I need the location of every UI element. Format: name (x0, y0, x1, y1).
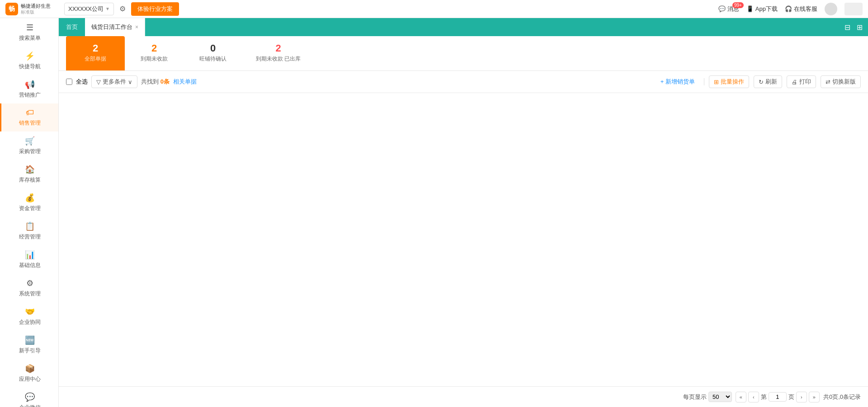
basic-info-icon: 📊 (25, 250, 35, 260)
stat-label-wangpu-confirm: 旺铺待确认 (199, 55, 226, 63)
purchase-icon: 🛒 (25, 136, 35, 146)
found-count: 0条 (160, 78, 170, 85)
marketing-icon: 📢 (25, 80, 35, 89)
select-all-checkbox[interactable] (66, 79, 72, 85)
logo-subtitle: 标准版 (21, 9, 51, 15)
sidebar-item-system[interactable]: ⚙系统管理 (0, 274, 58, 302)
page-navigation: « ‹ 第 页 › » (736, 392, 820, 402)
first-page-button[interactable]: « (736, 392, 746, 402)
finance-icon: 💰 (25, 193, 35, 203)
toolbar-left: 全选 ▽ 更多条件 ∨ 共找到 0条 相关单据 (66, 75, 652, 88)
sidebar-label-basic-info: 基础信息 (19, 262, 41, 269)
company-selector[interactable]: XXXXXX公司 ▼ (64, 3, 114, 15)
print-label: 打印 (799, 78, 811, 86)
sidebar-label-app-center: 应用中心 (19, 375, 41, 383)
cooperation-icon: 🤝 (25, 307, 35, 317)
print-icon: 🖨 (792, 79, 797, 85)
sidebar-item-sales[interactable]: 🏷销售管理 (0, 103, 58, 131)
next-page-button[interactable]: › (796, 392, 807, 402)
tab-home[interactable]: 首页 (59, 18, 85, 36)
tab-close-icon[interactable]: × (135, 24, 138, 30)
sidebar: ☰搜索菜单⚡快捷导航📢营销推广🏷销售管理🛒采购管理🏠库存核算💰资金管理📋经营管理… (0, 18, 59, 407)
last-page-button[interactable]: » (809, 392, 820, 402)
online-service-button[interactable]: 🎧 在线客服 (785, 5, 817, 13)
tab-maximize-icon[interactable]: ⊞ (855, 21, 864, 33)
topbar: 畅 畅捷通好生意 标准版 XXXXXX公司 ▼ ⚙ 体验行业方案 💬 消息 99… (0, 0, 868, 18)
sidebar-item-purchase[interactable]: 🛒采购管理 (0, 131, 58, 160)
app-center-icon: 📦 (25, 364, 35, 374)
new-sale-button[interactable]: + 新增销货单 (656, 76, 699, 88)
refresh-icon: ↻ (759, 79, 764, 85)
sidebar-item-finance[interactable]: 💰资金管理 (0, 188, 58, 217)
sidebar-label-inventory: 库存核算 (19, 176, 41, 184)
stats-bar: 2全部单据2到期未收款0旺铺待确认2到期未收款 已出库 (59, 36, 868, 71)
tab-minimize-icon[interactable]: ⊟ (843, 21, 852, 33)
sidebar-label-quick-nav: 快捷导航 (19, 63, 41, 70)
table-area (59, 93, 868, 386)
right-panel: 首页 钱货日清工作台 × ⊟ ⊞ 2全部单据2到期未收款0旺铺待确认2到期未收款… (59, 18, 868, 407)
operations-icon: 📋 (25, 221, 35, 231)
chevron-down-icon: ▼ (105, 6, 110, 11)
company-name: XXXXXX公司 (68, 5, 104, 13)
stat-card-overdue-unpaid[interactable]: 2到期未收款 (125, 36, 184, 70)
settings-icon[interactable]: ⚙ (118, 3, 127, 15)
sidebar-item-marketing[interactable]: 📢营销推广 (0, 75, 58, 103)
sidebar-label-system: 系统管理 (19, 290, 41, 298)
sidebar-label-finance: 资金管理 (19, 205, 41, 212)
refresh-button[interactable]: ↻ 刷新 (754, 75, 782, 88)
page-size-select[interactable]: 102050100 (708, 392, 732, 402)
sidebar-label-marketing: 营销推广 (19, 91, 41, 99)
filter-chevron-icon: ∨ (128, 79, 132, 85)
logo-area: 畅 畅捷通好生意 标准版 (5, 3, 64, 15)
prev-page-button[interactable]: ‹ (748, 392, 759, 402)
select-all-label: 全选 (76, 78, 88, 86)
online-service-label: 在线客服 (794, 5, 817, 13)
print-button[interactable]: 🖨 打印 (787, 75, 816, 88)
avatar[interactable] (825, 3, 837, 15)
sidebar-item-basic-info[interactable]: 📊基础信息 (0, 245, 58, 274)
sidebar-label-sales: 销售管理 (19, 119, 41, 127)
stat-card-wangpu-confirm[interactable]: 0旺铺待确认 (184, 36, 242, 70)
sidebar-item-app-center[interactable]: 📦应用中心 (0, 359, 58, 388)
related-link[interactable]: 相关单据 (173, 78, 197, 86)
stat-num-wangpu-confirm: 0 (210, 42, 216, 54)
app-download-label: App下载 (755, 5, 778, 13)
message-badge: 99+ (732, 2, 744, 8)
sidebar-item-inventory[interactable]: 🏠库存核算 (0, 160, 58, 188)
guide-icon: 🆕 (25, 335, 35, 345)
stat-card-overdue-out[interactable]: 2到期未收款 已出库 (242, 36, 314, 70)
stat-label-overdue-out: 到期未收款 已出库 (256, 55, 301, 63)
tab-daily-work-label: 钱货日清工作台 (91, 23, 132, 31)
topbar-right: 💬 消息 99+ 📱 App下载 🎧 在线客服 (718, 3, 863, 15)
user-menu[interactable] (844, 3, 863, 15)
trial-button[interactable]: 体验行业方案 (131, 2, 179, 16)
search-icon: ☰ (26, 23, 33, 33)
per-page-label: 每页显示 (683, 393, 707, 401)
switch-version-button[interactable]: ⇄ 切换新版 (821, 75, 861, 88)
sidebar-label-purchase: 采购管理 (19, 148, 41, 155)
switch-label: 切换新版 (832, 78, 856, 86)
tab-daily-work[interactable]: 钱货日清工作台 × (85, 18, 145, 36)
batch-button[interactable]: ⊞ 批量操作 (709, 75, 749, 88)
message-icon: 💬 (718, 5, 726, 12)
stat-card-all[interactable]: 2全部单据 (66, 36, 125, 70)
stat-num-all: 2 (93, 42, 98, 54)
sidebar-item-wechat[interactable]: 💬企业微信 (0, 388, 58, 407)
pagination: 每页显示 102050100 « ‹ 第 页 › » 共0页,0条记录 (59, 386, 868, 407)
sidebar-item-quick-nav[interactable]: ⚡快捷导航 (0, 47, 58, 75)
sidebar-label-operations: 经营管理 (19, 233, 41, 241)
filter-label: 更多条件 (103, 78, 126, 86)
filter-button[interactable]: ▽ 更多条件 ∨ (91, 75, 137, 88)
message-button[interactable]: 💬 消息 99+ (718, 5, 739, 13)
app-download-button[interactable]: 📱 App下载 (746, 5, 778, 13)
system-icon: ⚙ (26, 278, 33, 288)
sidebar-label-wechat: 企业微信 (19, 404, 41, 407)
toolbar: 全选 ▽ 更多条件 ∨ 共找到 0条 相关单据 + 新增销货单 (59, 71, 868, 93)
page-number-input[interactable] (769, 392, 787, 402)
total-label: 共0页,0条记录 (823, 393, 861, 401)
sidebar-item-operations[interactable]: 📋经营管理 (0, 217, 58, 245)
sidebar-item-guide[interactable]: 🆕新手引导 (0, 331, 58, 359)
sidebar-item-cooperation[interactable]: 🤝企业协同 (0, 302, 58, 331)
sidebar-item-search[interactable]: ☰搜索菜单 (0, 18, 58, 47)
sales-icon: 🏷 (26, 108, 34, 117)
